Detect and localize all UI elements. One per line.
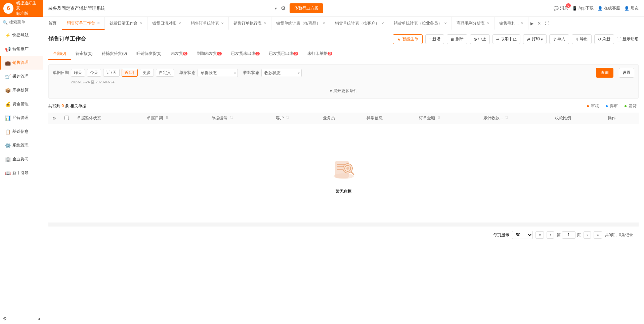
customer-sort-icon[interactable]: ⇅ xyxy=(286,116,289,120)
payment-select[interactable]: 收款状态 xyxy=(261,69,302,77)
sidebar-item-purchase[interactable]: 🛒 采购管理 xyxy=(0,70,43,83)
settings-icon[interactable]: ⚙ xyxy=(3,316,7,321)
stop-btn[interactable]: ⊘ 中止 xyxy=(470,34,490,44)
date-7days-btn[interactable]: 近7天 xyxy=(103,69,120,77)
tab-sales-exec[interactable]: 销售订单执行表 ✕ xyxy=(229,17,271,30)
filter-tab-pending-inspect[interactable]: 待拣货验货(0) xyxy=(97,48,132,60)
gear-settings-icon[interactable]: ⚙ xyxy=(281,5,286,11)
filter-date-item: 单据日期 昨天 今天 近7天 近1月 更多 自定义 xyxy=(53,69,174,77)
print-btn[interactable]: 🖨 打印 ▾ xyxy=(523,34,547,44)
next-page-btn[interactable]: › xyxy=(584,231,591,239)
tab-home[interactable]: 首页 xyxy=(43,17,62,30)
tab-sales-more[interactable]: 销售毛利... ✕ xyxy=(495,17,528,30)
status-select[interactable]: 单据状态 xyxy=(198,69,238,77)
search-menu-label: 搜索菜单 xyxy=(9,19,25,25)
smart-btn[interactable]: ★ 智能生单 xyxy=(393,34,423,44)
filter-tab-wangpu[interactable]: 旺铺待发货(0) xyxy=(132,48,166,60)
online-service-btn[interactable]: 👤 在线客服 xyxy=(598,5,620,11)
date-sort-icon[interactable]: ⇅ xyxy=(165,116,169,120)
add-btn[interactable]: + 新增 xyxy=(425,34,444,44)
sidebar-item-inventory[interactable]: 📦 库存核算 xyxy=(0,83,43,97)
tab-close-sales-exec[interactable]: ✕ xyxy=(264,22,266,25)
delete-btn[interactable]: 🗑 删除 xyxy=(447,34,467,44)
cancel-audit-btn[interactable]: 弃审 xyxy=(604,102,620,110)
date-yesterday-btn[interactable]: 昨天 xyxy=(71,69,85,77)
collected-sort-icon[interactable]: ⇅ xyxy=(505,116,508,120)
filter-tab-no-ship[interactable]: 未发货0 xyxy=(166,48,192,60)
tab-close-sales-summary-staff[interactable]: ✕ xyxy=(444,22,447,25)
col-setting-icon[interactable]: ⚙ xyxy=(52,116,56,121)
filter-tab-expired-no-ship[interactable]: 到期未发货0 xyxy=(192,48,226,60)
col-operation-label: 操作 xyxy=(608,116,616,120)
tab-close-sales-more[interactable]: ✕ xyxy=(521,22,523,25)
sidebar-item-sales[interactable]: 💼 销售管理 xyxy=(0,56,43,70)
table-header: ⚙ 单据整体状态 单据日期 ⇅ 单据编号 xyxy=(48,113,639,124)
tab-close-all-btn[interactable]: ✕ xyxy=(535,21,543,26)
expand-more-btn[interactable]: ▾ 展开更多条件 xyxy=(327,87,360,95)
date-1month-btn[interactable]: 近1月 xyxy=(122,69,138,77)
date-today-btn[interactable]: 今天 xyxy=(87,69,101,77)
page-content: 销售订单工作台 ★ 智能生单 + 新增 🗑 删除 ⊘ 中止 xyxy=(43,30,644,324)
search-menu-item[interactable]: 🔍 搜索菜单 xyxy=(0,17,43,28)
user-btn[interactable]: 👤 用友 xyxy=(624,5,639,11)
filter-setting-btn[interactable]: 设置 xyxy=(619,68,634,78)
sidebar-item-basic[interactable]: 📋 基础信息 xyxy=(0,125,43,138)
filter-tab-pending-audit[interactable]: 待审核(0) xyxy=(71,48,97,60)
sidebar-item-finance[interactable]: 💰 资金管理 xyxy=(0,97,43,111)
table-select-all[interactable] xyxy=(65,116,69,120)
tab-sales-workbench[interactable]: 销售订单工作台 ✕ xyxy=(62,17,105,30)
filter-tab-shipped-no-out[interactable]: 已发货未出库0 xyxy=(226,48,265,60)
tab-close-sales-summary-product[interactable]: ✕ xyxy=(323,22,325,25)
date-custom-btn[interactable]: 自定义 xyxy=(156,69,174,77)
tab-close-gross-profit[interactable]: ✕ xyxy=(487,22,489,25)
tab-cash-reconcile[interactable]: 钱货日清对账 ✕ xyxy=(147,17,186,30)
expand-icon[interactable]: ▾ xyxy=(275,6,277,11)
filter-tab-all[interactable]: 全部(0) xyxy=(48,48,71,60)
sidebar-item-marketing[interactable]: 📢 营销推广 xyxy=(0,42,43,56)
amount-sort-icon[interactable]: ⇅ xyxy=(437,116,440,120)
prev-page-btn[interactable]: ‹ xyxy=(547,231,554,239)
tab-sales-summary-staff[interactable]: 销货单统计表（按业务员） ✕ xyxy=(389,17,452,30)
search-btn[interactable]: 查询 xyxy=(596,68,613,78)
sidebar-item-enterprise[interactable]: 🏢 企业协同 xyxy=(0,152,43,166)
tab-close-cash-daily[interactable]: ✕ xyxy=(140,22,142,25)
show-detail-input[interactable] xyxy=(617,37,621,41)
collapse-icon[interactable]: ◂ xyxy=(38,316,40,321)
logo-text: 畅捷通好生意 标准版 xyxy=(16,1,39,16)
tab-gross-profit[interactable]: 商品毛利分析表 ✕ xyxy=(452,17,495,30)
audit-dot xyxy=(587,105,589,107)
tab-sales-summary-customer[interactable]: 销货单统计表（按客户） ✕ xyxy=(330,17,389,30)
first-page-btn[interactable]: « xyxy=(535,231,544,239)
ship-btn[interactable]: 发货 xyxy=(622,102,639,110)
filter-tab-shipped-out[interactable]: 已发货已出库0 xyxy=(264,48,303,60)
tab-close-cash-reconcile[interactable]: ✕ xyxy=(178,22,181,25)
page-size-select[interactable]: 50 xyxy=(512,231,533,239)
tab-maximize-btn[interactable]: ⛶ xyxy=(543,21,551,26)
sidebar-item-guide[interactable]: 📖 新手引导 xyxy=(0,166,43,180)
import-btn[interactable]: ⇧ 导入 xyxy=(549,34,569,44)
audit-btn[interactable]: 审核 xyxy=(585,102,601,110)
filter-tab-no-print[interactable]: 未打印单据0 xyxy=(303,48,337,60)
experience-btn[interactable]: 体验行业方案 xyxy=(290,3,323,13)
sidebar-item-operation[interactable]: 📊 经营管理 xyxy=(0,111,43,125)
tab-close-sales-summary-customer[interactable]: ✕ xyxy=(381,22,384,25)
app-download-btn[interactable]: 📱 App下载 xyxy=(572,5,594,11)
tabs-overflow-btn[interactable]: ▶ xyxy=(528,21,535,26)
number-sort-icon[interactable]: ⇅ xyxy=(230,116,233,120)
sidebar-item-system[interactable]: ⚙️ 系统管理 xyxy=(0,138,43,152)
sidebar-item-quick-nav[interactable]: ⚡ 快捷导航 xyxy=(0,28,43,42)
horizontal-scrollbar[interactable] xyxy=(48,222,639,227)
tab-sales-summary-product[interactable]: 销货单统计表（按商品） ✕ xyxy=(271,17,330,30)
tab-cash-daily[interactable]: 钱货日清工作台 ✕ xyxy=(105,17,147,30)
date-more-btn[interactable]: 更多 xyxy=(140,69,154,77)
message-btn[interactable]: 💬 消息 6 xyxy=(554,5,568,11)
tab-close-sales-workbench[interactable]: ✕ xyxy=(97,21,100,25)
show-detail-checkbox[interactable]: 显示明细 xyxy=(617,36,639,42)
tab-sales-stats[interactable]: 销售订单统计表 ✕ xyxy=(186,17,229,30)
last-page-btn[interactable]: » xyxy=(594,231,602,239)
page-input[interactable] xyxy=(562,231,575,239)
tab-close-sales-stats[interactable]: ✕ xyxy=(221,22,224,25)
export-btn[interactable]: ⇩ 导出 xyxy=(572,34,592,44)
cancel-stop-btn[interactable]: ↩ 取消中止 xyxy=(492,34,520,44)
refresh-btn[interactable]: ↺ 刷新 xyxy=(594,34,614,44)
